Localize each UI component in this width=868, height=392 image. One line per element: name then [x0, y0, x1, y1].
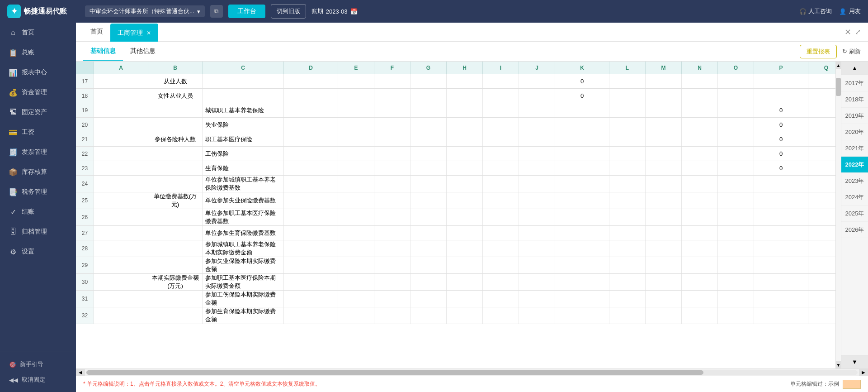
- sidebar-item-assets[interactable]: 🏗固定资产: [0, 102, 76, 122]
- v-scroll-down[interactable]: ▼: [836, 361, 841, 368]
- cell-h-31[interactable]: [447, 291, 483, 307]
- cell-c-17[interactable]: [203, 74, 284, 88]
- cell-m-20[interactable]: [646, 118, 682, 132]
- cell-h-22[interactable]: [447, 147, 483, 161]
- cell-j-23[interactable]: [519, 161, 555, 175]
- cell-e-27[interactable]: [338, 226, 374, 240]
- cell-h-29[interactable]: [447, 257, 483, 273]
- cell-q-30[interactable]: [808, 274, 835, 290]
- cell-o-17[interactable]: [718, 74, 754, 88]
- cell-d-30[interactable]: [284, 274, 338, 290]
- cell-o-27[interactable]: [718, 226, 754, 240]
- year-item-2021年[interactable]: 2021年: [841, 140, 868, 157]
- cell-g-31[interactable]: [410, 291, 447, 307]
- cell-n-32[interactable]: [682, 307, 718, 324]
- cell-p-22[interactable]: 0: [754, 147, 808, 161]
- cell-g-22[interactable]: [410, 147, 447, 161]
- cell-f-17[interactable]: [374, 74, 410, 88]
- cell-b-23[interactable]: [148, 161, 203, 175]
- cell-e-24[interactable]: [338, 176, 374, 192]
- cell-q-32[interactable]: [808, 307, 835, 324]
- cell-k-25[interactable]: [555, 192, 609, 209]
- cell-p-32[interactable]: [754, 307, 808, 324]
- cell-g-17[interactable]: [410, 74, 447, 88]
- cell-k-30[interactable]: [555, 274, 609, 290]
- cell-d-31[interactable]: [284, 291, 338, 307]
- cell-j-17[interactable]: [519, 74, 555, 88]
- cell-j-20[interactable]: [519, 118, 555, 132]
- cell-i-27[interactable]: [483, 226, 519, 240]
- cell-j-19[interactable]: [519, 103, 555, 117]
- cell-n-20[interactable]: [682, 118, 718, 132]
- cell-f-22[interactable]: [374, 147, 410, 161]
- cell-n-29[interactable]: [682, 257, 718, 273]
- cell-g-28[interactable]: [410, 240, 447, 257]
- cell-k-23[interactable]: [555, 161, 609, 175]
- cell-f-27[interactable]: [374, 226, 410, 240]
- cell-i-26[interactable]: [483, 209, 519, 225]
- cell-f-25[interactable]: [374, 192, 410, 209]
- year-nav-up[interactable]: ▲: [841, 62, 868, 75]
- tab-industrial[interactable]: 工商管理 ✕: [110, 24, 158, 43]
- cell-f-32[interactable]: [374, 307, 410, 324]
- cell-b-18[interactable]: 女性从业人员: [148, 89, 203, 103]
- cell-q-20[interactable]: [808, 118, 835, 132]
- scroll-right-button[interactable]: ▶: [859, 369, 868, 376]
- cell-l-27[interactable]: [609, 226, 646, 240]
- cell-n-23[interactable]: [682, 161, 718, 175]
- cell-g-32[interactable]: [410, 307, 447, 324]
- cell-m-17[interactable]: [646, 74, 682, 88]
- cell-l-20[interactable]: [609, 118, 646, 132]
- cell-e-31[interactable]: [338, 291, 374, 307]
- cell-k-18[interactable]: 0: [555, 89, 609, 103]
- cell-l-25[interactable]: [609, 192, 646, 209]
- cell-i-22[interactable]: [483, 147, 519, 161]
- cell-d-24[interactable]: [284, 176, 338, 192]
- cell-m-32[interactable]: [646, 307, 682, 324]
- cell-h-27[interactable]: [447, 226, 483, 240]
- cell-m-19[interactable]: [646, 103, 682, 117]
- tab-home[interactable]: 首页: [83, 23, 110, 42]
- cell-i-18[interactable]: [483, 89, 519, 103]
- year-item-2020年[interactable]: 2020年: [841, 124, 868, 140]
- cell-o-23[interactable]: [718, 161, 754, 175]
- cell-l-32[interactable]: [609, 307, 646, 324]
- cell-e-17[interactable]: [338, 74, 374, 88]
- cell-d-27[interactable]: [284, 226, 338, 240]
- cell-i-23[interactable]: [483, 161, 519, 175]
- cell-d-32[interactable]: [284, 307, 338, 324]
- cell-c-32[interactable]: 参加生育保险本期实际缴费金额: [203, 307, 284, 324]
- year-item-2018年[interactable]: 2018年: [841, 91, 868, 108]
- cell-k-28[interactable]: [555, 240, 609, 257]
- cell-k-17[interactable]: 0: [555, 74, 609, 88]
- year-item-2026年[interactable]: 2026年: [841, 222, 868, 238]
- cell-a-31[interactable]: [94, 291, 148, 307]
- cell-j-24[interactable]: [519, 176, 555, 192]
- cell-c-28[interactable]: 参加城镇职工基本养老保险本期实际缴费金额: [203, 240, 284, 257]
- cell-b-32[interactable]: [148, 307, 203, 324]
- cell-k-24[interactable]: [555, 176, 609, 192]
- cell-c-18[interactable]: [203, 89, 284, 103]
- cell-e-25[interactable]: [338, 192, 374, 209]
- sub-tab-other[interactable]: 其他信息: [123, 43, 163, 61]
- cell-c-25[interactable]: 单位参加失业保险缴费基数: [203, 192, 284, 209]
- cell-c-31[interactable]: 参加工伤保险本期实际缴费金额: [203, 291, 284, 307]
- cell-p-31[interactable]: [754, 291, 808, 307]
- sidebar-item-tax[interactable]: 📑税务管理: [0, 182, 76, 202]
- cell-g-29[interactable]: [410, 257, 447, 273]
- cell-p-25[interactable]: [754, 192, 808, 209]
- cell-l-21[interactable]: [609, 132, 646, 146]
- cell-h-30[interactable]: [447, 274, 483, 290]
- cell-k-19[interactable]: [555, 103, 609, 117]
- cell-p-23[interactable]: 0: [754, 161, 808, 175]
- cell-i-25[interactable]: [483, 192, 519, 209]
- cell-g-21[interactable]: [410, 132, 447, 146]
- cell-e-18[interactable]: [338, 89, 374, 103]
- cell-q-17[interactable]: [808, 74, 835, 88]
- cell-d-17[interactable]: [284, 74, 338, 88]
- cell-a-22[interactable]: [94, 147, 148, 161]
- cell-n-31[interactable]: [682, 291, 718, 307]
- copy-button[interactable]: ⧉: [210, 5, 223, 18]
- cell-m-24[interactable]: [646, 176, 682, 192]
- cell-q-24[interactable]: [808, 176, 835, 192]
